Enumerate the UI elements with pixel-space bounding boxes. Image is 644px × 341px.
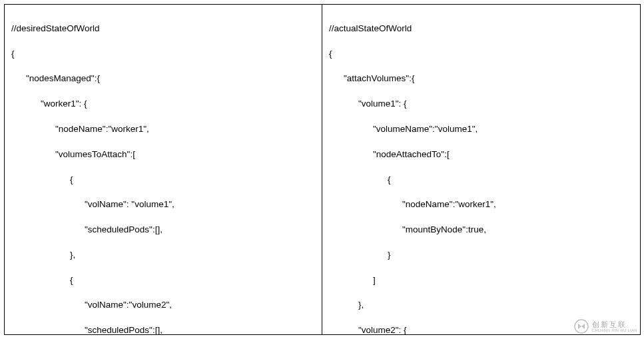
code-line: //actualStateOfWorld bbox=[329, 23, 635, 35]
watermark-cn-label: 创新互联 bbox=[592, 321, 637, 328]
code-line: { bbox=[329, 174, 635, 186]
code-line: "scheduledPods":[], bbox=[11, 224, 316, 236]
code-line: { bbox=[11, 274, 316, 287]
code-line: }, bbox=[11, 249, 316, 262]
code-line: "nodeAttachedTo":[ bbox=[329, 149, 635, 161]
right-pane-actual-state: //actualStateOfWorld { "attachVolumes":{… bbox=[322, 5, 640, 334]
code-line: "scheduledPods":[], bbox=[11, 324, 316, 334]
code-line: "volName": "volume1", bbox=[11, 198, 316, 211]
code-line: "volName":"volume2", bbox=[11, 299, 316, 312]
code-line: { bbox=[11, 174, 316, 186]
code-line: "nodeName":"worker1", bbox=[11, 123, 316, 136]
code-line: "mountByNode":true, bbox=[329, 224, 635, 236]
watermark-logo-icon bbox=[573, 318, 589, 334]
code-line: //desiredStateOfWorld bbox=[11, 23, 316, 35]
code-comparison-container: //desiredStateOfWorld { "nodesManaged":{… bbox=[4, 4, 641, 335]
code-line: "volume1": { bbox=[329, 98, 635, 111]
code-line: ] bbox=[329, 274, 635, 287]
code-line: } bbox=[329, 249, 635, 262]
watermark: 创新互联 CHUANG XIN HU LIAN bbox=[573, 318, 637, 334]
code-line: "nodeName":"worker1", bbox=[329, 198, 635, 211]
code-line: "volumesToAttach":[ bbox=[11, 149, 316, 161]
code-line: "attachVolumes":{ bbox=[329, 73, 635, 85]
code-line: { bbox=[11, 48, 316, 61]
watermark-en-label: CHUANG XIN HU LIAN bbox=[592, 328, 637, 332]
code-line: }, bbox=[329, 299, 635, 312]
code-line: "volumeName":"volume1", bbox=[329, 123, 635, 136]
code-line: { bbox=[329, 48, 635, 61]
watermark-text: 创新互联 CHUANG XIN HU LIAN bbox=[592, 321, 637, 332]
left-pane-desired-state: //desiredStateOfWorld { "nodesManaged":{… bbox=[5, 5, 322, 334]
code-line: "nodesManaged":{ bbox=[11, 73, 316, 85]
code-line: "worker1": { bbox=[11, 98, 316, 111]
